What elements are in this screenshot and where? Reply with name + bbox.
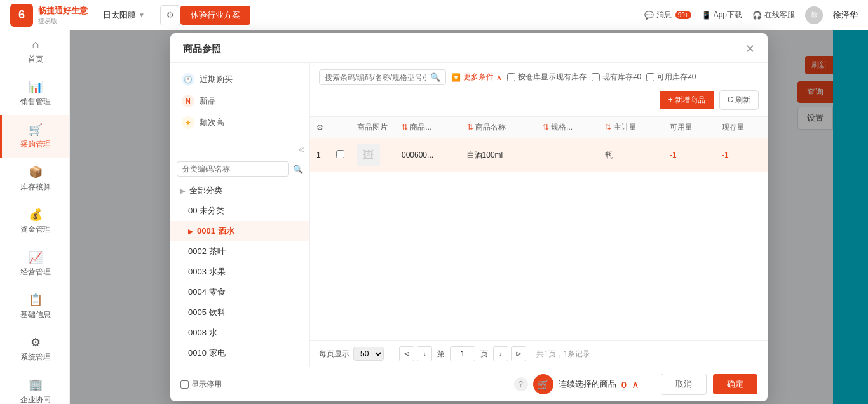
recent-icon: 🕐 [182,73,194,86]
page-label: 第 [437,349,445,360]
page-first-button[interactable]: ⊲ [399,346,414,361]
page-input[interactable] [450,346,475,361]
cat-item-snack[interactable]: 0004 零食 [170,282,309,302]
checkbox-available-input[interactable] [646,73,654,81]
th-name[interactable]: ⇅ 商品名称 [461,117,536,138]
sidebar-label-purchase: 采购管理 [20,139,51,150]
purchase-icon: 🛒 [29,123,43,137]
search-input[interactable] [325,73,426,82]
sidebar-item-inventory[interactable]: 📦 库存核算 [0,158,69,200]
app-download-button[interactable]: 📱 App下载 [702,10,742,20]
cat-label-water: 0008 水 [188,327,217,339]
sidebar-item-business[interactable]: 📈 经营管理 [0,243,69,285]
th-available: 可用量 [663,117,715,138]
logo-icon: 6 [10,4,33,27]
nav-label[interactable]: 日太阳膜 ▼ [103,10,145,21]
cat-item-appliance[interactable]: 0010 家电 [170,343,309,360]
username: 徐泽华 [833,10,858,21]
page-last-button[interactable]: ⊳ [511,346,526,361]
th-stock: 现存量 [715,117,768,138]
add-product-button[interactable]: + 新增商品 [660,91,714,109]
confirm-button[interactable]: 确定 [713,374,757,394]
cat-label-snack: 0004 零食 [188,286,226,298]
td-spec [536,138,599,172]
show-disabled-checkbox[interactable]: 显示停用 [180,379,222,390]
sidebar-label-enterprise: 企业协同 [20,394,51,404]
sidebar-item-sales[interactable]: 📊 销售管理 [0,72,69,115]
filter-button[interactable]: 🔽 更多条件 ∧ [451,72,502,83]
show-disabled-input[interactable] [180,380,189,389]
modal-overlay: 商品参照 ✕ 🕐 近期购买 N 新 [70,30,868,404]
sidebar-item-enterprise[interactable]: 🏢 企业协同 [0,370,69,404]
table-row[interactable]: 1 🖼 000600... 白酒100ml 瓶 [310,138,768,172]
th-code[interactable]: ⇅ 商品... [395,117,461,138]
cat-arrow-all: ▶ [180,187,186,194]
checkbox-available-label: 可用库存≠0 [657,72,696,83]
checkbox-stock-label: 现有库存≠0 [602,72,641,83]
cat-item-water[interactable]: 0008 水 [170,323,309,343]
quick-freq-label: 频次高 [200,117,224,128]
sort-icon-spec: ⇅ [543,123,549,131]
sidebar-item-basic[interactable]: 📋 基础信息 [0,285,69,328]
td-stock: -1 [715,138,768,172]
checkbox-stock-input[interactable] [592,73,600,81]
cat-item-liquor[interactable]: ▶ 0001 酒水 [170,221,309,241]
sidebar-label-system: 系统管理 [20,352,51,363]
sidebar-item-purchase[interactable]: 🛒 采购管理 [0,115,69,158]
cat-item-fruit[interactable]: 0003 水果 [170,262,309,282]
row-checkbox[interactable] [336,150,344,158]
product-table: ⚙ 商品图片 ⇅ 商品... ⇅ 商品名称 ⇅ 规格... ⇅ 主计量 可用量 [310,117,768,172]
right-panel: 🔍 🔽 更多条件 ∧ 按仓库显示现有库存 [310,63,768,367]
category-search-input[interactable] [177,161,289,177]
sidebar-item-home[interactable]: ⌂ 首页 [0,30,69,72]
help-icon[interactable]: ? [514,377,528,391]
page-size-label: 每页显示 [319,349,349,360]
table-wrap: ⚙ 商品图片 ⇅ 商品... ⇅ 商品名称 ⇅ 规格... ⇅ 主计量 可用量 [310,117,768,340]
th-spec[interactable]: ⇅ 规格... [536,117,599,138]
main-layout: ⌂ 首页 📊 销售管理 🛒 采购管理 📦 库存核算 💰 资金管理 📈 经营管理 … [0,30,868,404]
checkbox-warehouse-input[interactable] [507,73,515,81]
sidebar-item-system[interactable]: ⚙ 系统管理 [0,328,69,370]
td-check[interactable] [330,138,351,172]
topbar-right: 💬 消息 99+ 📱 App下载 🎧 在线客服 徐 徐泽华 [644,6,858,24]
cart-label: 连续选择的商品 [559,379,616,390]
cat-item-tea[interactable]: 0002 茶叶 [170,241,309,262]
quick-recent[interactable]: 🕐 近期购买 [177,69,303,90]
search-icon: 🔍 [430,72,440,82]
page-next-button[interactable]: › [493,346,508,361]
td-name: 白酒100ml [461,138,536,172]
checkbox-stock[interactable]: 现有库存≠0 [592,72,641,83]
online-service-button[interactable]: 🎧 在线客服 [752,10,795,20]
page-size-select[interactable]: 50 [353,347,384,361]
category-search-icon[interactable]: 🔍 [293,165,303,174]
td-img: 🖼 [351,138,395,172]
collapse-footer-button[interactable]: ∧ [632,379,639,391]
td-no: 1 [310,138,330,172]
message-button[interactable]: 💬 消息 99+ [644,10,691,20]
th-settings[interactable]: ⚙ [310,117,330,138]
quick-freq[interactable]: ★ 频次高 [177,112,303,133]
th-unit[interactable]: ⇅ 主计量 [599,117,663,138]
modal-close-button[interactable]: ✕ [745,42,755,56]
cart-button[interactable]: 🛒 [533,374,553,394]
checkbox-warehouse[interactable]: 按仓库显示现有库存 [507,72,587,83]
page-prev-button[interactable]: ‹ [417,346,432,361]
cat-label-appliance: 0010 家电 [188,347,226,359]
collapse-btn[interactable]: « [170,144,309,158]
sidebar-label-business: 经营管理 [20,267,51,278]
cat-item-all[interactable]: ▶ 全部分类 [170,180,309,201]
gear-button[interactable]: ⚙ [160,5,180,25]
checkbox-available[interactable]: 可用库存≠0 [646,72,696,83]
category-tree: ▶ 全部分类 00 未分类 ▶ 0001 酒水 0002 茶 [170,180,309,360]
cat-item-beverage[interactable]: 0005 饮料 [170,302,309,323]
experience-button[interactable]: 体验行业方案 [180,6,250,25]
cat-item-uncat[interactable]: 00 未分类 [170,201,309,221]
cancel-button[interactable]: 取消 [661,374,707,395]
modal: 商品参照 ✕ 🕐 近期购买 N 新 [170,33,768,401]
filter-icon: 🔽 [451,73,461,82]
quick-new[interactable]: N 新品 [177,91,303,111]
sort-icon-name: ⇅ [467,123,473,131]
refresh-button[interactable]: C 刷新 [719,90,759,110]
sidebar-item-finance[interactable]: 💰 资金管理 [0,200,69,243]
sidebar: ⌂ 首页 📊 销售管理 🛒 采购管理 📦 库存核算 💰 资金管理 📈 经营管理 … [0,30,70,404]
